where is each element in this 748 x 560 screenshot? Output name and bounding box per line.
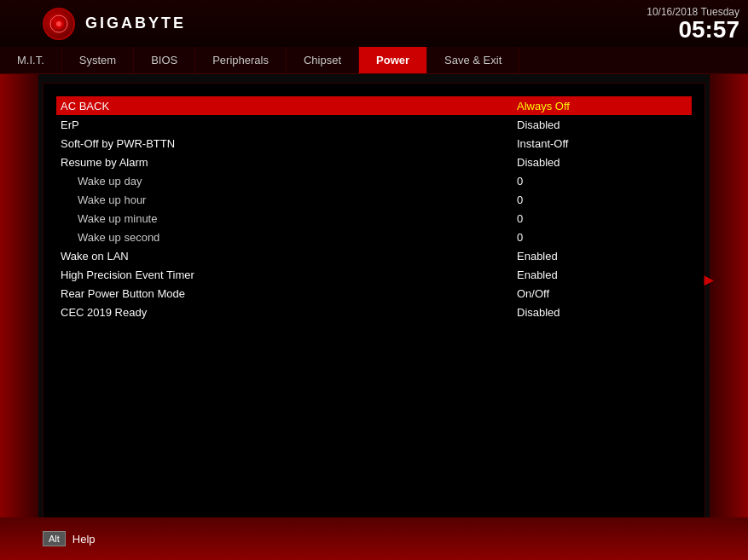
setting-row-cec2019[interactable]: CEC 2019 ReadyDisabled	[56, 303, 692, 321]
help-label: Help	[72, 533, 96, 546]
setting-row-wake-day[interactable]: Wake up day0	[56, 171, 692, 190]
settings-table: AC BACKAlways OffErPDisabledSoft-Off by …	[56, 96, 692, 321]
header: GIGABYTE 10/16/2018 Tuesday 05:57	[0, 0, 748, 47]
setting-name-wake-second: Wake up second	[61, 231, 517, 244]
datetime-area: 10/16/2018 Tuesday 05:57	[647, 6, 739, 42]
setting-value-hpet: Enabled	[517, 268, 687, 281]
nav-item-save-exit[interactable]: Save & Exit	[427, 47, 519, 73]
setting-name-cec2019: CEC 2019 Ready	[61, 306, 517, 319]
setting-row-resume-alarm[interactable]: Resume by AlarmDisabled	[56, 153, 692, 171]
setting-value-resume-alarm: Disabled	[517, 156, 687, 169]
scroll-right-arrow: ►	[704, 270, 714, 290]
logo-area: GIGABYTE	[43, 8, 186, 40]
time-display: 05:57	[678, 18, 739, 42]
setting-row-wake-second[interactable]: Wake up second0	[56, 228, 692, 246]
setting-value-wake-second: 0	[517, 231, 687, 244]
setting-value-wake-day: 0	[517, 175, 687, 188]
navigation-bar: M.I.T. System BIOS Peripherals Chipset P…	[0, 47, 748, 74]
setting-name-ac-back: AC BACK	[61, 100, 517, 113]
main-content-area: AC BACKAlways OffErPDisabledSoft-Off by …	[43, 83, 705, 534]
setting-name-wake-minute: Wake up minute	[61, 212, 517, 225]
setting-name-resume-alarm: Resume by Alarm	[61, 156, 517, 169]
setting-value-rear-power: On/Off	[517, 287, 687, 300]
setting-row-hpet[interactable]: High Precision Event TimerEnabled	[56, 265, 692, 284]
setting-value-wake-minute: 0	[517, 212, 687, 225]
setting-name-wake-lan: Wake on LAN	[61, 250, 517, 263]
nav-item-mit[interactable]: M.I.T.	[0, 47, 62, 73]
setting-value-ac-back: Always Off	[517, 100, 687, 113]
setting-name-wake-hour: Wake up hour	[61, 193, 517, 206]
bg-left-decoration	[0, 0, 38, 560]
setting-value-wake-lan: Enabled	[517, 250, 687, 263]
setting-name-erp: ErP	[61, 118, 517, 131]
setting-name-rear-power: Rear Power Button Mode	[61, 287, 517, 300]
setting-row-wake-lan[interactable]: Wake on LANEnabled	[56, 246, 692, 265]
setting-value-wake-hour: 0	[517, 193, 687, 206]
nav-item-power[interactable]: Power	[359, 47, 427, 73]
svg-point-2	[56, 21, 61, 26]
nav-item-chipset[interactable]: Chipset	[287, 47, 359, 73]
setting-value-soft-off: Instant-Off	[517, 137, 687, 150]
help-button[interactable]: Alt Help	[43, 531, 96, 546]
alt-badge: Alt	[43, 531, 66, 546]
setting-row-wake-minute[interactable]: Wake up minute0	[56, 209, 692, 228]
nav-item-peripherals[interactable]: Peripherals	[195, 47, 287, 73]
brand-name: GIGABYTE	[85, 14, 186, 32]
setting-row-wake-hour[interactable]: Wake up hour0	[56, 190, 692, 209]
setting-row-soft-off[interactable]: Soft-Off by PWR-BTTNInstant-Off	[56, 134, 692, 153]
footer: Alt Help	[0, 517, 748, 560]
nav-item-system[interactable]: System	[62, 47, 134, 73]
setting-name-soft-off: Soft-Off by PWR-BTTN	[61, 137, 517, 150]
setting-value-erp: Disabled	[517, 118, 687, 131]
setting-name-hpet: High Precision Event Timer	[61, 268, 517, 281]
setting-row-rear-power[interactable]: Rear Power Button ModeOn/Off	[56, 284, 692, 303]
setting-name-wake-day: Wake up day	[61, 175, 517, 188]
setting-value-cec2019: Disabled	[517, 306, 687, 319]
bg-right-decoration	[710, 0, 748, 560]
logo-icon	[43, 8, 75, 40]
nav-item-bios[interactable]: BIOS	[134, 47, 195, 73]
setting-row-ac-back[interactable]: AC BACKAlways Off	[56, 96, 692, 115]
setting-row-erp[interactable]: ErPDisabled	[56, 115, 692, 134]
